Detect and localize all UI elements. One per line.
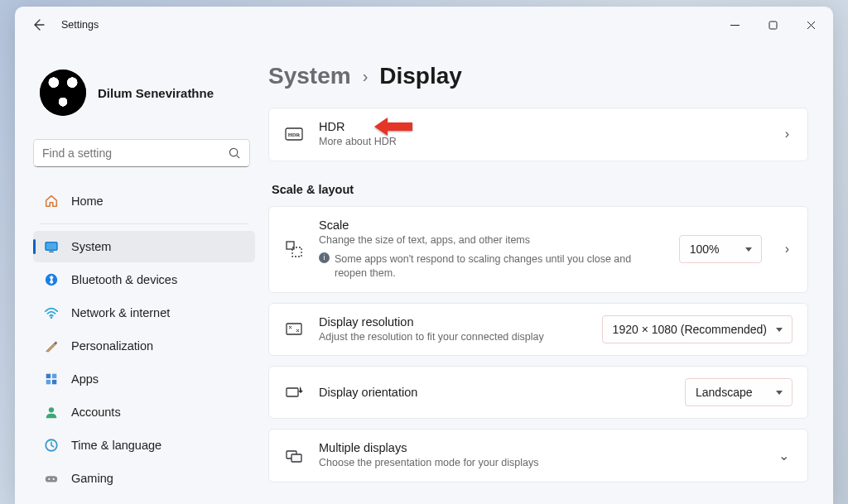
nav-label: Personalization xyxy=(71,339,153,353)
svg-point-13 xyxy=(49,407,54,412)
svg-rect-26 xyxy=(292,454,301,462)
svg-line-3 xyxy=(237,155,239,157)
chevron-right-icon: › xyxy=(363,67,369,86)
svg-rect-23 xyxy=(287,324,301,334)
hdr-sub: More about HDR xyxy=(319,135,762,149)
accounts-icon xyxy=(43,404,60,420)
time-icon xyxy=(43,437,60,454)
svg-rect-15 xyxy=(46,476,57,482)
nav-label: Bluetooth & devices xyxy=(71,273,177,286)
chevron-right-icon: › xyxy=(777,242,793,257)
personalization-icon xyxy=(43,338,60,354)
info-icon: i xyxy=(319,252,330,263)
maximize-button[interactable] xyxy=(754,12,792,38)
nav-label: Network & internet xyxy=(71,306,170,319)
nav-personalization[interactable]: Personalization xyxy=(33,330,255,362)
resolution-title: Display resolution xyxy=(319,315,587,329)
nav-separator xyxy=(40,223,248,224)
resolution-sub: Adjust the resolution to fit your connec… xyxy=(319,330,587,344)
svg-rect-12 xyxy=(52,380,56,384)
svg-rect-1 xyxy=(769,22,777,29)
search-icon xyxy=(229,147,241,160)
back-button[interactable] xyxy=(26,13,50,36)
titlebar: Settings xyxy=(15,7,833,43)
multiple-title: Multiple displays xyxy=(319,441,755,454)
svg-point-8 xyxy=(51,317,53,319)
nav-system[interactable]: System xyxy=(33,231,255,262)
svg-point-2 xyxy=(229,148,237,156)
app-title: Settings xyxy=(61,19,99,31)
breadcrumb: System › Display xyxy=(268,63,808,89)
nav-apps[interactable]: Apps xyxy=(33,363,255,395)
maximize-icon xyxy=(768,21,778,30)
network-icon xyxy=(43,305,60,321)
nav-accessibility[interactable]: Accessibility xyxy=(33,496,255,504)
nav-list: Home System Bluetooth & devices Network … xyxy=(33,185,255,504)
multiple-displays-row[interactable]: Multiple displays Choose the presentatio… xyxy=(268,429,808,482)
nav-label: Home xyxy=(71,194,104,208)
svg-point-17 xyxy=(53,478,55,480)
nav-label: Gaming xyxy=(71,472,113,485)
scale-note: Some apps won't respond to scaling chang… xyxy=(335,252,664,281)
content-area: System › Display HDR HDR More about HDR … xyxy=(263,43,833,504)
back-arrow-icon xyxy=(31,18,45,31)
resolution-icon xyxy=(284,320,304,338)
nav-label: Time & language xyxy=(71,439,161,452)
scale-select[interactable]: 100% xyxy=(679,235,762,263)
nav-network[interactable]: Network & internet xyxy=(33,297,255,329)
svg-text:HDR: HDR xyxy=(288,132,301,137)
minimize-icon xyxy=(730,21,740,30)
nav-label: System xyxy=(71,240,111,253)
scale-row[interactable]: Scale Change the size of text, apps, and… xyxy=(268,206,808,293)
svg-point-16 xyxy=(48,478,50,480)
bluetooth-icon xyxy=(43,271,60,288)
apps-icon xyxy=(43,371,60,387)
breadcrumb-parent[interactable]: System xyxy=(268,63,351,89)
scale-icon xyxy=(284,240,304,258)
orientation-row[interactable]: Display orientation Landscape xyxy=(268,366,808,419)
sidebar: Dilum Senevirathne Home System Blueto xyxy=(15,43,263,504)
nav-accounts[interactable]: Accounts xyxy=(33,396,255,428)
nav-label: Apps xyxy=(71,372,99,386)
hdr-icon: HDR xyxy=(284,127,304,141)
hdr-row[interactable]: HDR HDR More about HDR › xyxy=(268,108,808,161)
resolution-select[interactable]: 1920 × 1080 (Recommended) xyxy=(602,315,793,343)
gaming-icon xyxy=(43,470,60,487)
svg-rect-11 xyxy=(46,380,51,384)
multiple-sub: Choose the presentation mode for your di… xyxy=(319,456,755,470)
nav-label: Accounts xyxy=(71,406,121,419)
user-profile[interactable]: Dilum Senevirathne xyxy=(33,70,255,116)
scale-sub: Change the size of text, apps, and other… xyxy=(319,233,664,247)
hdr-title: HDR xyxy=(319,120,762,133)
svg-rect-5 xyxy=(46,243,57,250)
svg-rect-24 xyxy=(287,388,298,396)
scale-title: Scale xyxy=(319,218,664,232)
section-scale-layout: Scale & layout xyxy=(272,183,808,196)
system-icon xyxy=(43,238,60,255)
orientation-select[interactable]: Landscape xyxy=(685,378,793,406)
orientation-icon xyxy=(284,383,304,401)
nav-home[interactable]: Home xyxy=(33,185,255,217)
page-title: Display xyxy=(379,63,462,89)
settings-window: Settings Dilum Senevirathne xyxy=(15,7,833,504)
avatar xyxy=(40,70,86,116)
nav-bluetooth[interactable]: Bluetooth & devices xyxy=(33,264,255,295)
chevron-down-icon: ⌄ xyxy=(770,448,793,463)
nav-gaming[interactable]: Gaming xyxy=(33,463,255,494)
svg-rect-9 xyxy=(46,374,51,378)
close-button[interactable] xyxy=(792,12,830,38)
orientation-title: Display orientation xyxy=(319,386,670,399)
search-input[interactable] xyxy=(42,146,229,160)
svg-rect-10 xyxy=(52,374,56,378)
user-name: Dilum Senevirathne xyxy=(98,86,214,100)
nav-time[interactable]: Time & language xyxy=(33,430,255,461)
chevron-right-icon: › xyxy=(777,127,793,142)
minimize-button[interactable] xyxy=(716,12,754,38)
resolution-row[interactable]: Display resolution Adjust the resolution… xyxy=(268,303,808,357)
home-icon xyxy=(43,193,60,209)
search-box[interactable] xyxy=(33,139,250,167)
close-icon xyxy=(807,21,816,30)
multiple-displays-icon xyxy=(284,447,304,465)
